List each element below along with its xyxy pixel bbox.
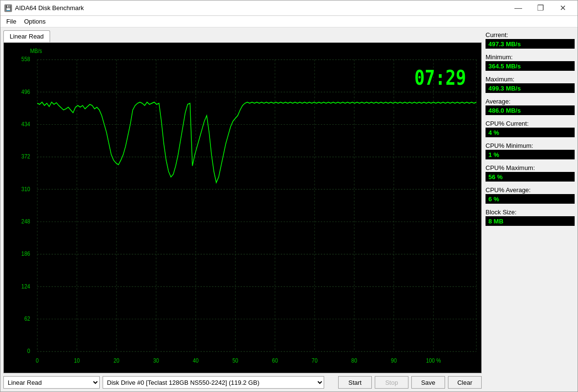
cpu-average-value: 6 % [486,194,575,204]
cpu-current-stat-group: CPU% Current: 4 % [486,120,575,139]
cpu-current-label: CPU% Current: [486,120,575,127]
y-label-434: 434 [21,120,30,128]
minimum-stat-group: Minimum: 364.5 MB/s [486,53,575,73]
y-label-372: 372 [21,153,30,160]
x-label-30: 30 [153,357,159,364]
cpu-minimum-value: 1 % [486,150,575,159]
content-area: Linear Read MB/s [0,27,578,392]
cpu-minimum-label: CPU% Minimum: [486,142,575,149]
start-button[interactable]: Start [338,376,372,389]
y-label-62: 62 [24,315,30,322]
x-label-70: 70 [312,357,317,364]
maximum-stat-group: Maximum: 499.3 MB/s [486,76,575,95]
chart-svg: MB/s [4,43,481,373]
minimum-value: 364.5 MB/s [486,61,575,71]
y-label-124: 124 [21,283,30,290]
stop-button[interactable]: Stop [375,376,408,389]
block-size-value: 8 MB [486,216,575,226]
tab-linear-read[interactable]: Linear Read [3,30,50,42]
cpu-maximum-value: 56 % [486,172,575,182]
y-label-496: 496 [21,88,30,95]
average-label: Average: [486,98,575,105]
cpu-current-value: 4 % [486,128,575,137]
chart-container: MB/s [3,42,482,373]
tab-bar: Linear Read [3,30,482,42]
bottom-controls: Linear Read Linear Write Random Read Ran… [3,373,482,389]
current-stat-group: Current: 497.3 MB/s [486,31,575,51]
menu-options[interactable]: Options [20,17,50,26]
average-value: 486.0 MB/s [486,105,575,115]
x-label-50: 50 [233,357,238,364]
window-title: AIDA64 Disk Benchmark [15,4,507,12]
minimum-label: Minimum: [486,53,575,61]
disk-select[interactable]: Disk Drive #0 [Teclast 128GB NS550-2242]… [103,376,324,389]
y-label-310: 310 [21,185,30,193]
x-label-60: 60 [272,357,278,364]
app-icon: 💾 [4,4,12,12]
y-label-0: 0 [27,348,30,355]
block-size-stat-group: Block Size: 8 MB [486,209,575,228]
x-label-90: 90 [391,357,397,364]
y-axis-title: MB/s [30,47,42,54]
menu-bar: File Options [0,16,578,27]
clear-button[interactable]: Clear [448,376,482,389]
cpu-maximum-stat-group: CPU% Maximum: 56 % [486,164,575,183]
maximum-label: Maximum: [486,76,575,83]
average-stat-group: Average: 486.0 MB/s [486,98,575,117]
save-button[interactable]: Save [411,376,445,389]
cpu-maximum-label: CPU% Maximum: [486,164,575,171]
title-bar: 💾 AIDA64 Disk Benchmark — ❐ ✕ [0,0,578,16]
x-label-40: 40 [193,357,198,364]
maximum-value: 499.3 MB/s [486,83,575,93]
left-panel: Linear Read MB/s [3,30,482,389]
close-button[interactable]: ✕ [552,0,574,16]
x-label-10: 10 [74,357,80,364]
cpu-average-stat-group: CPU% Average: 6 % [486,186,575,206]
y-label-558: 558 [21,55,30,63]
block-size-label: Block Size: [486,209,575,216]
menu-file[interactable]: File [2,17,20,26]
x-label-20: 20 [114,357,119,364]
cpu-average-label: CPU% Average: [486,186,575,194]
x-label-80: 80 [351,357,357,364]
test-type-select[interactable]: Linear Read Linear Write Random Read Ran… [3,376,100,389]
right-panel: Current: 497.3 MB/s Minimum: 364.5 MB/s … [486,30,575,389]
maximize-button[interactable]: ❐ [529,0,552,16]
title-bar-controls: — ❐ ✕ [507,0,574,16]
y-label-248: 248 [21,218,30,225]
current-label: Current: [486,31,575,39]
x-label-0: 0 [36,357,39,364]
cpu-minimum-stat-group: CPU% Minimum: 1 % [486,142,575,161]
current-value: 497.3 MB/s [486,39,575,49]
minimize-button[interactable]: — [507,0,529,16]
x-label-100: 100 % [426,357,441,364]
chart-timer: 07:29 [414,66,466,89]
main-window: 💾 AIDA64 Disk Benchmark — ❐ ✕ File Optio… [0,0,578,392]
chart-inner: MB/s [4,43,481,373]
y-label-186: 186 [21,250,30,258]
